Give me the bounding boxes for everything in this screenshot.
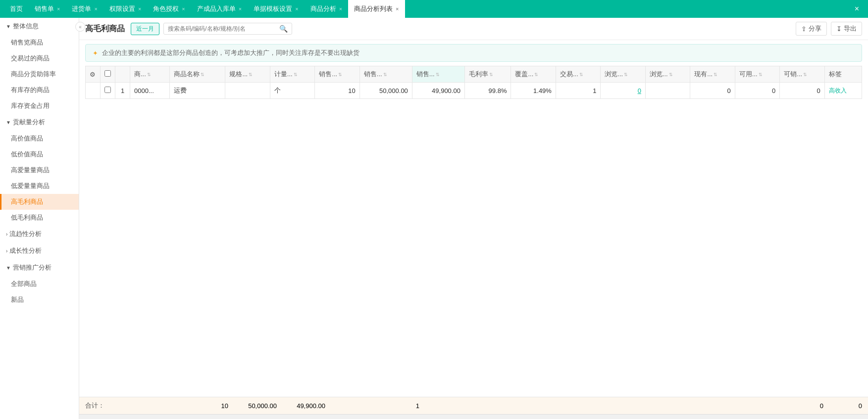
sidebar-group-growth[interactable]: › 成长性分析 bbox=[0, 242, 79, 259]
share-button[interactable]: ⇪ 分享 bbox=[796, 22, 827, 36]
col-views1[interactable]: 浏览...⇅ bbox=[601, 66, 645, 83]
sidebar-item-high-margin[interactable]: 高毛利商品 bbox=[0, 194, 79, 210]
cell-gross-rate: 99.8% bbox=[464, 83, 511, 99]
sidebar-item-traded[interactable]: 交易过的商品 bbox=[0, 50, 79, 66]
sidebar-item-low-margin[interactable]: 低毛利商品 bbox=[0, 210, 79, 226]
sidebar-item-low-value[interactable]: 低价值商品 bbox=[0, 146, 79, 162]
col-spec[interactable]: 规格...⇅ bbox=[225, 66, 270, 83]
close-analysis-tab[interactable]: × bbox=[339, 6, 342, 12]
col-seq bbox=[115, 66, 130, 83]
content-area: 高毛利商品 近一月 🔍 ⇪ 分享 ↧ 导出 ✦ 企业的主要的利润都是这部分商品创… bbox=[79, 18, 868, 419]
content-header: 高毛利商品 近一月 🔍 ⇪ 分享 ↧ 导出 bbox=[79, 18, 868, 40]
arrow-trend: › bbox=[6, 232, 7, 237]
info-text: 企业的主要的利润都是这部分商品创造的，可考虑加大推广，同时关注库存是不要出现缺货 bbox=[102, 48, 359, 57]
cell-views1[interactable]: 0 bbox=[601, 83, 645, 99]
nav-item-product-inbound[interactable]: 产成品入库单 × bbox=[191, 0, 248, 18]
sort-code-icon: ⇅ bbox=[147, 72, 151, 77]
cell-sales1: 10 bbox=[315, 83, 359, 99]
sidebar-item-all-products[interactable]: 全部商品 bbox=[0, 276, 79, 292]
sidebar-group-overall[interactable]: ▼ 整体信息 bbox=[0, 18, 79, 35]
row-checkbox[interactable] bbox=[104, 87, 111, 93]
sort-sell-icon: ⇅ bbox=[803, 72, 807, 77]
sidebar-item-sales-overview[interactable]: 销售览商品 bbox=[0, 35, 79, 50]
tag-badge: 高收入 bbox=[829, 87, 847, 94]
settings-icon[interactable]: ⚙ bbox=[90, 71, 96, 78]
sort-coverage-icon: ⇅ bbox=[534, 72, 538, 77]
sort-current-icon: ⇅ bbox=[714, 72, 717, 77]
export-icon: ↧ bbox=[836, 25, 842, 33]
export-button[interactable]: ↧ 导出 bbox=[831, 22, 862, 36]
product-table: ⚙ 商...⇅ 商品名称⇅ 规格...⇅ bbox=[85, 66, 862, 99]
cell-code: 0000... bbox=[130, 83, 170, 99]
close-product-inbound-tab[interactable]: × bbox=[239, 6, 242, 12]
close-template-tab[interactable]: × bbox=[295, 6, 298, 12]
bottom-scrollbar[interactable] bbox=[79, 414, 868, 419]
nav-item-sales[interactable]: 销售单 × bbox=[29, 0, 66, 18]
search-icon[interactable]: 🔍 bbox=[279, 25, 288, 33]
nav-item-role[interactable]: 角色授权 × bbox=[147, 0, 191, 18]
nav-item-analysis-list[interactable]: 商品分析列表 × bbox=[348, 0, 405, 18]
close-sales-tab[interactable]: × bbox=[57, 6, 60, 12]
cell-current: 0 bbox=[690, 83, 735, 99]
search-input[interactable] bbox=[168, 25, 279, 32]
col-current[interactable]: 现有...⇅ bbox=[690, 66, 735, 83]
col-coverage[interactable]: 覆盖...⇅ bbox=[511, 66, 556, 83]
col-sales3[interactable]: 销售...⇅ bbox=[412, 66, 464, 83]
close-role-tab[interactable]: × bbox=[182, 6, 185, 12]
sort-sales2-icon: ⇅ bbox=[383, 72, 387, 77]
sidebar-item-stock-capital[interactable]: 库存资金占用 bbox=[0, 98, 79, 114]
nav-item-purchase[interactable]: 进货单 × bbox=[66, 0, 103, 18]
sidebar-group-contribution[interactable]: ▼ 贡献量分析 bbox=[0, 114, 79, 131]
sidebar: ▼ 整体信息 销售览商品 交易过的商品 商品分贡助筛率 有库存的商品 库存资金占… bbox=[0, 18, 79, 419]
col-unit[interactable]: 计量...⇅ bbox=[270, 66, 314, 83]
page-title: 高毛利商品 bbox=[85, 24, 125, 34]
cell-settings bbox=[86, 83, 101, 99]
sidebar-group-marketing[interactable]: ▼ 营销推广分析 bbox=[0, 259, 79, 276]
nav-item-home[interactable]: 首页 bbox=[4, 0, 29, 18]
footer-transactions: 1 bbox=[385, 402, 419, 410]
sidebar-group-trend[interactable]: › 流趋性分析 bbox=[0, 226, 79, 242]
close-purchase-tab[interactable]: × bbox=[94, 6, 97, 12]
col-tag[interactable]: 标签 bbox=[824, 66, 862, 83]
sidebar-item-contribution[interactable]: 商品分贡助筛率 bbox=[0, 66, 79, 82]
table-row: 1 0000... 运费 个 10 50,000.00 49,900.00 99… bbox=[86, 83, 862, 99]
cell-seq: 1 bbox=[115, 83, 130, 99]
col-available[interactable]: 可用...⇅ bbox=[735, 66, 779, 83]
col-name[interactable]: 商品名称⇅ bbox=[170, 66, 225, 83]
close-permission-tab[interactable]: × bbox=[138, 6, 141, 12]
cell-checkbox[interactable] bbox=[101, 83, 115, 99]
sidebar-item-high-demand[interactable]: 高爱量量商品 bbox=[0, 162, 79, 178]
nav-item-template[interactable]: 单据模板设置 × bbox=[248, 0, 304, 18]
sidebar-collapse-button[interactable]: « bbox=[75, 22, 85, 32]
select-all-checkbox[interactable] bbox=[104, 70, 111, 77]
col-checkbox[interactable] bbox=[101, 66, 115, 83]
window-close-button[interactable]: × bbox=[850, 4, 864, 13]
share-icon: ⇪ bbox=[801, 25, 807, 33]
col-sales1[interactable]: 销售...⇅ bbox=[315, 66, 359, 83]
sort-spec-icon: ⇅ bbox=[249, 72, 253, 77]
footer-sales2: 50,000.00 bbox=[232, 402, 277, 410]
search-box: 🔍 bbox=[163, 23, 292, 35]
close-analysis-list-tab[interactable]: × bbox=[396, 6, 399, 12]
sort-sales3-icon: ⇅ bbox=[436, 72, 440, 77]
col-sales2[interactable]: 销售...⇅ bbox=[359, 66, 412, 83]
cell-available: 0 bbox=[735, 83, 779, 99]
sidebar-item-low-demand[interactable]: 低爱量量商品 bbox=[0, 178, 79, 194]
sidebar-item-new-products[interactable]: 新品 bbox=[0, 292, 79, 308]
nav-item-permission[interactable]: 权限设置 × bbox=[103, 0, 147, 18]
filter-recent-month-button[interactable]: 近一月 bbox=[131, 23, 159, 35]
col-gross-rate[interactable]: 毛利率⇅ bbox=[464, 66, 511, 83]
info-icon: ✦ bbox=[93, 49, 98, 57]
col-settings[interactable]: ⚙ bbox=[86, 66, 101, 83]
cell-coverage: 1.49% bbox=[511, 83, 556, 99]
col-transactions[interactable]: 交易...⇅ bbox=[556, 66, 600, 83]
sidebar-item-high-value[interactable]: 高价值商品 bbox=[0, 131, 79, 146]
col-sellable[interactable]: 可销...⇅ bbox=[780, 66, 824, 83]
sort-gross-icon: ⇅ bbox=[489, 72, 493, 77]
col-views2[interactable]: 浏览...⇅ bbox=[645, 66, 690, 83]
sort-trans-icon: ⇅ bbox=[579, 72, 583, 77]
sidebar-item-in-stock[interactable]: 有库存的商品 bbox=[0, 82, 79, 98]
arrow-contribution: ▼ bbox=[6, 120, 11, 125]
nav-item-analysis[interactable]: 商品分析 × bbox=[305, 0, 348, 18]
col-code[interactable]: 商...⇅ bbox=[130, 66, 170, 83]
